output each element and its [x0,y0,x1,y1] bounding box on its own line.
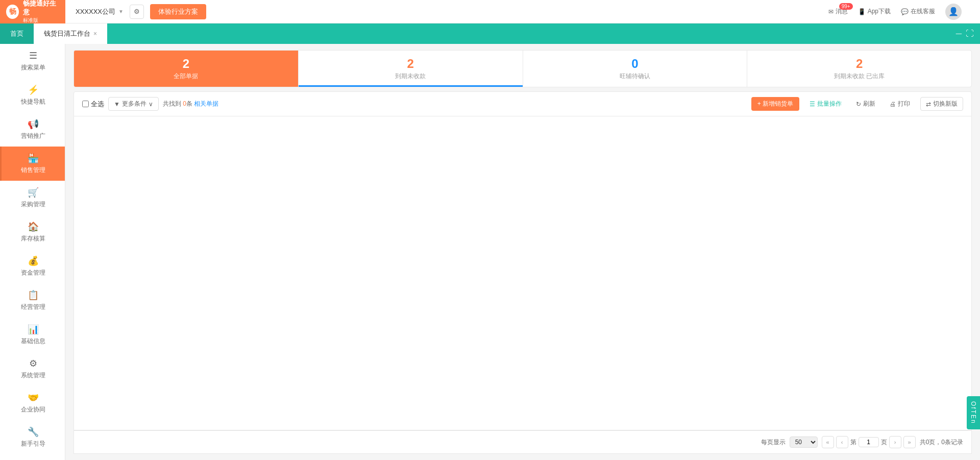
tab-maximize-icon[interactable]: ⛶ [966,29,974,38]
chevron-down-icon: ▼ [118,9,124,14]
tab-bar: 首页 钱货日清工作台 × ─ ⛶ [0,23,980,44]
search-icon: ☰ [29,50,37,61]
online-service-label: 在线客服 [911,7,935,16]
tab-active[interactable]: 钱货日清工作台 × [34,23,107,44]
next-page-button[interactable]: › [889,436,901,448]
tab-home[interactable]: 首页 [0,23,34,44]
sidebar-item-purchase-mgmt[interactable]: 🛒 采购管理 [0,181,65,215]
overdue-shipped-count: 2 [856,57,863,71]
sidebar-item-basic-info[interactable]: 📊 基础信息 [0,318,65,352]
select-all-checkbox[interactable]: 全选 [82,100,104,109]
page-number-input[interactable] [859,437,879,447]
sidebar-item-label: 企业协同 [21,405,45,414]
new-order-button[interactable]: + 新增销货单 [751,97,799,111]
settings-icon: ⚙ [29,358,37,369]
app-download-button[interactable]: 📱 App下载 [858,7,891,16]
avatar[interactable]: 👤 [945,4,962,20]
sidebar-item-operations[interactable]: 📋 经营管理 [0,283,65,318]
sidebar-item-app-center[interactable]: 📦 应用中心 [0,454,65,460]
select-all-input[interactable] [82,101,89,107]
service-icon: 💬 [901,8,909,15]
money-icon: 💰 [28,255,39,267]
logo-icon: 畅 [6,5,19,19]
message-button[interactable]: ✉ 消息 99 [828,7,848,16]
often-badge[interactable]: OfTEn [967,396,980,429]
batch-operation-button[interactable]: ☰ 批量操作 [805,98,846,110]
last-page-button[interactable]: » [903,436,916,448]
summary-card-wangpu[interactable]: 0 旺辅待确认 [523,51,748,87]
page-size-label: 每页显示 [761,438,786,447]
content-area: 2 全部单据 2 到期未收款 0 旺辅待确认 2 到期未收款 已出库 [65,44,980,460]
result-text: 共找到 0条 相关单据 [163,100,218,108]
select-all-label: 全选 [91,100,104,109]
sidebar-item-label: 新手引导 [21,440,45,448]
sidebar-item-inventory[interactable]: 🏠 库存核算 [0,215,65,249]
more-filter-label: 更多条件 [122,100,146,108]
online-service-button[interactable]: 💬 在线客服 [901,7,935,16]
logo-sub: 标准版 [23,17,59,23]
refresh-label: 刷新 [863,100,875,108]
summary-card-overdue[interactable]: 2 到期未收款 [299,51,523,87]
print-icon: 🖨 [890,101,896,108]
sidebar-item-label: 销售管理 [21,166,45,175]
sidebar-item-guide[interactable]: 🔧 新手引导 [0,420,65,454]
related-orders-link[interactable]: 相关单据 [194,100,218,107]
gear-icon: ⚙ [134,8,140,15]
tab-bar-end: ─ ⛶ [956,29,980,38]
sidebar-item-sales-mgmt[interactable]: 🏪 销售管理 [0,147,65,181]
download-icon: 📱 [858,8,866,15]
all-label: 全部单据 [174,72,198,81]
sidebar-item-label: 系统管理 [21,371,45,380]
message-badge: 99 [839,3,853,10]
prev-page-button[interactable]: ‹ [836,436,848,448]
sidebar-item-quick-nav[interactable]: ⚡ 快捷导航 [0,78,65,112]
close-icon[interactable]: × [93,30,97,37]
summary-card-overdue-shipped[interactable]: 2 到期未收款 已出库 [747,51,971,87]
guide-icon: 🔧 [28,426,39,438]
sidebar-item-label: 营销推广 [21,132,45,140]
company-name: XXXXXX公司 [76,7,115,16]
report-icon: 📋 [28,289,39,301]
sidebar-item-enterprise[interactable]: 🤝 企业协同 [0,386,65,420]
toolbar: 全选 ▼ 更多条件 ∨ 共找到 0条 相关单据 + 新增销货单 ☰ 批量操作 [74,91,972,116]
switch-version-button[interactable]: ⇄ 切换新版 [920,97,963,111]
page-label: 第 [850,438,856,447]
summary-card-all[interactable]: 2 全部单据 [74,51,299,87]
sidebar-item-label: 采购管理 [21,200,45,209]
sidebar: ☰ 搜索菜单 ⚡ 快捷导航 📢 营销推广 🏪 销售管理 🛒 采购管理 🏠 库存核… [0,44,65,460]
company-selector[interactable]: XXXXXX公司 ▼ [76,7,124,16]
overdue-count: 2 [407,57,413,71]
page-suffix: 页 [881,438,887,447]
settings-button[interactable]: ⚙ [130,5,144,19]
trial-button[interactable]: 体验行业方案 [150,4,206,19]
wangpu-label: 旺辅待确认 [620,72,650,81]
print-button[interactable]: 🖨 打印 [886,98,914,110]
tab-minimize-icon[interactable]: ─ [956,29,962,38]
first-page-button[interactable]: « [822,436,834,448]
refresh-button[interactable]: ↻ 刷新 [852,98,879,110]
table-area [74,116,972,430]
logo-text: 畅捷通好生意 标准版 [23,0,59,23]
result-count: 0 [183,100,186,107]
sidebar-item-marketing[interactable]: 📢 营销推广 [0,112,65,147]
logo-area: 畅 畅捷通好生意 标准版 [0,0,65,23]
message-icon: ✉ [828,8,834,15]
toolbar-left: 全选 ▼ 更多条件 ∨ 共找到 0条 相关单据 [82,97,747,111]
tab-home-label: 首页 [10,29,23,38]
sidebar-item-label: 快捷导航 [21,98,45,106]
top-header: 畅 畅捷通好生意 标准版 XXXXXX公司 ▼ ⚙ 体验行业方案 ✉ 消息 99… [0,0,980,23]
sidebar-item-label: 资金管理 [21,269,45,277]
shop-icon: 🏪 [28,153,39,164]
chart-icon: 📊 [28,324,39,335]
tab-active-label: 钱货日清工作台 [44,29,90,38]
more-filter-button[interactable]: ▼ 更多条件 ∨ [108,97,159,111]
sidebar-item-label: 搜索菜单 [21,63,45,72]
page-nav: « ‹ 第 页 › » [822,436,916,448]
logo-main: 畅捷通好生意 [23,0,59,17]
megaphone-icon: 📢 [28,118,39,130]
sidebar-item-finance[interactable]: 💰 资金管理 [0,249,65,283]
sidebar-item-search-menu[interactable]: ☰ 搜索菜单 [0,44,65,78]
sidebar-item-sys-mgmt[interactable]: ⚙ 系统管理 [0,352,65,386]
sidebar-item-label: 经营管理 [21,303,45,311]
page-size-select[interactable]: 50100200 [790,437,818,448]
